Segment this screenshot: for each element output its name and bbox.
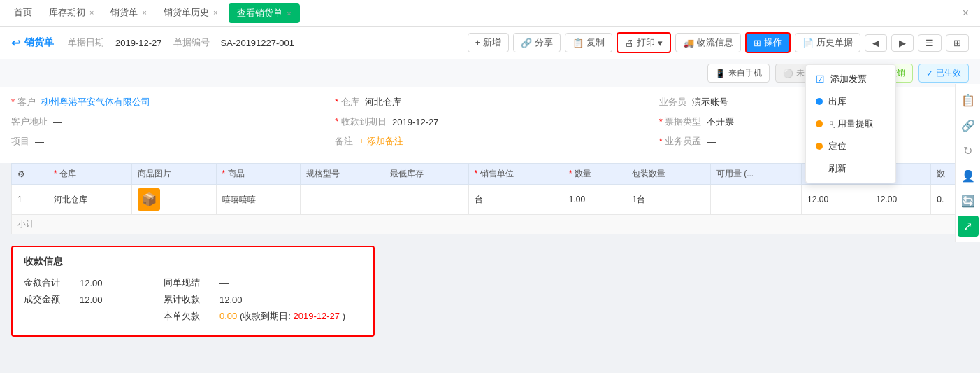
- customer-value[interactable]: 柳州粤港平安气体有限公司: [41, 96, 150, 108]
- product-image: 📦: [138, 188, 160, 211]
- cell-no: 1: [12, 185, 48, 215]
- same-order-settle-value: —: [219, 278, 229, 288]
- dropdown-item-quantity-extract[interactable]: 可用量提取: [806, 113, 895, 135]
- dropdown-item-add-invoice[interactable]: ☑ 添加发票: [806, 68, 895, 90]
- copy-icon: 📋: [572, 38, 584, 48]
- customer-field: 客户 柳州粤港平安气体有限公司: [11, 96, 321, 108]
- doc-header: ↩ 销货单 单据日期 2019-12-27 单据编号 SA-20191227-0…: [0, 27, 980, 59]
- sidebar-icon-exchange[interactable]: 🔄: [958, 190, 979, 211]
- from-phone-button[interactable]: 📱 来自手机: [707, 64, 770, 83]
- cell-unit: 台: [468, 185, 563, 215]
- dot-blue-icon: [816, 98, 823, 105]
- cell-img: 📦: [132, 185, 216, 215]
- share-button[interactable]: 🔗 分享: [513, 33, 561, 52]
- col-warehouse: 仓库: [48, 164, 131, 185]
- col-qty: 数量: [563, 164, 626, 185]
- warehouse-field: 仓库 河北仓库: [335, 96, 644, 108]
- col-gear: ⚙: [12, 164, 48, 185]
- project-value: —: [35, 136, 44, 147]
- col-product: 商品: [216, 164, 300, 185]
- tab-home[interactable]: 首页: [6, 0, 41, 27]
- cell-product: 嘻嘻嘻嘻: [216, 185, 300, 215]
- sidebar-icon-user[interactable]: 👤: [958, 165, 979, 186]
- grid-view-button[interactable]: ⊞: [946, 34, 969, 52]
- dropdown-item-outbound[interactable]: 出库: [806, 90, 895, 113]
- owe-date-text: (收款到期日:: [240, 311, 294, 321]
- doc-date-label: 单据日期: [68, 36, 104, 49]
- address-field: 客户地址 —: [11, 115, 321, 128]
- operation-dropdown: ☑ 添加发票 出库 可用量提取 定位 刷新: [805, 64, 896, 183]
- effect-check-icon: ✓: [926, 69, 933, 78]
- tab-close-sales[interactable]: ×: [142, 8, 146, 17]
- cumulative-receipt-label: 累计收款: [164, 293, 219, 306]
- checkbox-icon: ☑: [816, 73, 825, 85]
- payment-title: 收款信息: [24, 255, 362, 268]
- current-owe-label: 本单欠款: [164, 310, 219, 323]
- tab-sales-history[interactable]: 销货单历史 ×: [155, 0, 226, 27]
- dropdown-item-refresh[interactable]: 刷新: [806, 157, 895, 180]
- payment-row-2: 成交金额 12.00 累计收款 12.00: [24, 293, 362, 306]
- operation-button[interactable]: ⊞ 操作: [745, 32, 791, 53]
- same-order-settle-label: 同单现结: [164, 276, 219, 289]
- payment-date-field: 收款到期日 2019-12-27: [335, 115, 644, 128]
- cell-available: [710, 185, 801, 215]
- sidebar-icon-expand[interactable]: ⤢: [958, 216, 979, 237]
- sidebar-icon-link[interactable]: 🔗: [958, 115, 979, 136]
- cell-spec: [300, 185, 384, 215]
- col-img: 商品图片: [132, 164, 216, 185]
- tab-sales[interactable]: 销货单 ×: [102, 0, 154, 27]
- sidebar-icon-clipboard[interactable]: 📋: [958, 90, 979, 111]
- history-icon: 📄: [802, 38, 814, 48]
- window-close-button[interactable]: ×: [957, 7, 974, 20]
- right-sidebar: 📋 🔗 ↻ 👤 🔄 ⤢: [955, 84, 980, 242]
- list-view-button[interactable]: ☰: [918, 34, 942, 52]
- cell-stock: 12.00: [802, 185, 870, 215]
- payment-row-3: 本单欠款 0.00 (收款到期日: 2019-12-27 ): [24, 310, 362, 323]
- tab-close-inventory[interactable]: ×: [89, 8, 94, 17]
- prev-button[interactable]: ◀: [865, 34, 887, 52]
- tab-close-view-sales[interactable]: ×: [287, 9, 291, 17]
- col-spec: 规格型号: [300, 164, 384, 185]
- sidebar-icon-refresh[interactable]: ↻: [958, 140, 979, 161]
- address-value: —: [53, 117, 62, 127]
- dot-orange-icon-1: [816, 120, 823, 127]
- current-owe-value: 0.00 (收款到期日: 2019-12-27 ): [219, 310, 345, 323]
- not-open-icon: ⚪: [783, 69, 793, 78]
- cumulative-receipt-value: 12.00: [219, 295, 243, 305]
- tab-view-sales[interactable]: 查看销货单 ×: [229, 3, 299, 23]
- col-pack-qty: 包装数量: [626, 164, 710, 185]
- doc-meta: 单据日期 2019-12-27 单据编号 SA-20191227-001: [68, 36, 294, 49]
- doc-title-icon: ↩: [11, 36, 20, 50]
- print-icon: 🖨: [625, 38, 634, 48]
- truck-icon: 🚚: [683, 38, 694, 48]
- new-button[interactable]: + 新增: [468, 33, 509, 52]
- cell-warehouse: 河北仓库: [48, 185, 131, 215]
- history-button[interactable]: 📄 历史单据: [795, 33, 860, 52]
- staff-value: 演示账号: [692, 96, 728, 108]
- payment-total-value: 12.00: [80, 278, 136, 288]
- col-available: 可用量 (...: [710, 164, 801, 185]
- ticket-type-value: 不开票: [707, 115, 734, 128]
- add-note-button[interactable]: 添加备注: [359, 135, 403, 148]
- print-button[interactable]: 🖨 打印 ▾: [617, 32, 671, 53]
- payment-date-value: 2019-12-27: [392, 117, 439, 127]
- logistics-button[interactable]: 🚚 物流信息: [675, 33, 741, 52]
- deal-amount-value: 12.00: [80, 295, 136, 305]
- tab-close-history[interactable]: ×: [213, 8, 217, 17]
- tab-inventory[interactable]: 库存期初 ×: [41, 0, 102, 27]
- tab-bar: 首页 库存期初 × 销货单 × 销货单历史 × 查看销货单 × ×: [0, 0, 980, 27]
- doc-no-label: 单据编号: [173, 36, 210, 49]
- gear-icon[interactable]: ⚙: [17, 169, 25, 179]
- project-field: 项目 —: [11, 135, 321, 148]
- payment-total-label: 金额合计: [24, 276, 80, 289]
- doc-title: ↩ 销货单: [11, 36, 54, 50]
- next-button[interactable]: ▶: [891, 34, 914, 52]
- copy-button[interactable]: 📋 复制: [565, 33, 612, 52]
- dropdown-item-locate[interactable]: 定位: [806, 135, 895, 157]
- sales-staff-value: —: [707, 136, 716, 147]
- owe-close-paren: ): [343, 311, 345, 321]
- deal-amount-label: 成交金额: [24, 293, 80, 306]
- warehouse-value: 河北仓库: [365, 96, 401, 108]
- cell-price: 12.00: [870, 185, 931, 215]
- phone-icon: 📱: [715, 69, 726, 78]
